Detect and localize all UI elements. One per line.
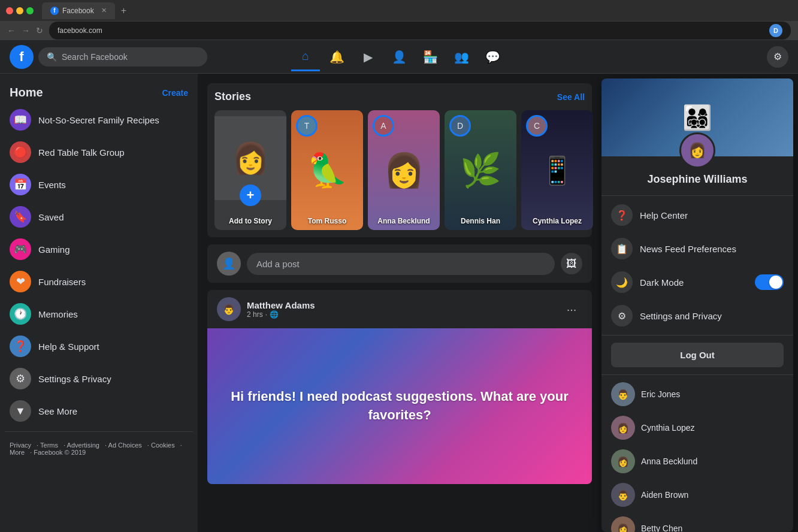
- friend-item-betty[interactable]: 👩 Betty Chen: [601, 512, 793, 532]
- nav-home-button[interactable]: ⌂: [291, 43, 320, 71]
- nav-notifications-button[interactable]: 🔔: [322, 43, 351, 71]
- sidebar-label-see-more: See More: [38, 406, 77, 416]
- sidebar-item-see-more[interactable]: ▼ See More: [5, 395, 193, 427]
- nav-marketplace-button[interactable]: 🏪: [416, 43, 445, 71]
- tab-close-button[interactable]: ✕: [101, 7, 107, 14]
- profile-cover: 👨‍👩‍👧‍👦 👩: [601, 78, 793, 156]
- dropdown-divider-1: [601, 195, 793, 196]
- current-user-avatar: 👤: [217, 252, 241, 276]
- sidebar-item-family-recipes[interactable]: 📖 Not-So-Secret Family Recipes: [5, 104, 193, 135]
- cynthia-label: Cynthia Lopez: [521, 217, 593, 225]
- feed-post-matthew: 👨 Matthew Adams 2 hrs · 🌐 ··· Hi friends…: [207, 290, 592, 484]
- see-more-icon: ▼: [10, 400, 31, 422]
- url-bar[interactable]: facebook.com D: [49, 22, 791, 40]
- sidebar-divider: [5, 431, 193, 432]
- close-traffic-light[interactable]: [6, 7, 13, 14]
- maximize-traffic-light[interactable]: [26, 7, 34, 14]
- facebook-logo[interactable]: f: [10, 45, 34, 69]
- photo-button[interactable]: 🖼: [561, 253, 582, 274]
- nav-messenger-button[interactable]: 💬: [478, 43, 507, 71]
- settings-privacy-icon: ⚙: [10, 368, 31, 389]
- post-user-info: Matthew Adams 2 hrs · 🌐: [247, 300, 555, 319]
- aiden-name: Aiden Brown: [641, 490, 688, 500]
- post-input[interactable]: Add a post: [247, 253, 555, 275]
- post-privacy-icon: 🌐: [270, 310, 279, 319]
- footer-terms[interactable]: Terms: [40, 442, 58, 449]
- cynthia-friend-name: Cynthia Lopez: [641, 423, 695, 433]
- post-more-button[interactable]: ···: [561, 298, 582, 320]
- chrome-user-avatar[interactable]: D: [769, 24, 782, 37]
- story-card-cynthia[interactable]: 📱 C Cynthia Lopez: [521, 110, 593, 230]
- settings-privacy-menu-label: Settings and Privacy: [640, 311, 722, 321]
- settings-privacy-menu-icon: ⚙: [611, 305, 633, 327]
- red-table-icon: 🔴: [10, 141, 31, 163]
- betty-avatar: 👩: [611, 516, 635, 532]
- help-icon: ❓: [10, 335, 31, 357]
- stories-header: Stories See All: [214, 90, 585, 103]
- sidebar-item-fundraisers[interactable]: ❤ Fundraisers: [5, 266, 193, 297]
- sidebar-label-events: Events: [38, 180, 66, 190]
- dropdown-settings-privacy[interactable]: ⚙ Settings and Privacy: [601, 299, 793, 332]
- story-card-anna[interactable]: 👩 A Anna Becklund: [368, 110, 440, 230]
- dark-mode-toggle[interactable]: [755, 274, 784, 290]
- nav-groups-button[interactable]: 👥: [447, 43, 476, 71]
- nav-profile-button[interactable]: 👤: [385, 43, 413, 71]
- dennis-avatar: D: [449, 115, 471, 137]
- family-recipes-icon: 📖: [10, 109, 31, 131]
- footer-ad-choices[interactable]: Ad Choices: [108, 442, 142, 449]
- sidebar-item-red-table[interactable]: 🔴 Red Table Talk Group: [5, 137, 193, 168]
- eric-avatar: 👨: [611, 382, 635, 406]
- anna-avatar: A: [373, 115, 394, 137]
- forward-button[interactable]: →: [22, 26, 30, 35]
- nav-video-button[interactable]: ▶: [353, 43, 382, 71]
- gaming-icon: 🎮: [10, 238, 31, 260]
- sidebar-item-events[interactable]: 📅 Events: [5, 169, 193, 200]
- help-center-label: Help Center: [640, 210, 688, 220]
- tom-label: Tom Russo: [291, 217, 363, 225]
- footer-cookies[interactable]: Cookies: [151, 442, 175, 449]
- friend-item-anna[interactable]: 👩 Anna Becklund: [601, 445, 793, 478]
- logout-button[interactable]: Log Out: [611, 343, 784, 367]
- story-card-tom[interactable]: 🦜 T Tom Russo: [291, 110, 363, 230]
- sidebar-item-help[interactable]: ❓ Help & Support: [5, 331, 193, 362]
- refresh-button[interactable]: ↻: [36, 26, 43, 35]
- stories-title: Stories: [214, 90, 251, 103]
- footer-privacy[interactable]: Privacy: [10, 442, 31, 449]
- profile-name: Josephine Williams: [611, 173, 784, 186]
- nav-center: ⌂ 🔔 ▶ 👤 🏪 👥 💬: [291, 43, 507, 71]
- post-time: 2 hrs: [247, 310, 263, 319]
- sidebar-title: Home Create: [5, 81, 193, 104]
- aiden-avatar: 👨: [611, 483, 635, 507]
- sidebar-item-memories[interactable]: 🕐 Memories: [5, 298, 193, 330]
- footer-advertising[interactable]: Advertising: [67, 442, 99, 449]
- sidebar-item-saved[interactable]: 🔖 Saved: [5, 201, 193, 232]
- post-dot: ·: [265, 310, 267, 319]
- sidebar-item-settings[interactable]: ⚙ Settings & Privacy: [5, 363, 193, 394]
- post-text: Hi friends! I need podcast suggestions. …: [219, 388, 580, 425]
- add-story-card[interactable]: 👩 + Add to Story: [214, 110, 286, 230]
- story-card-dennis[interactable]: 🌿 D Dennis Han: [445, 110, 516, 230]
- minimize-traffic-light[interactable]: [16, 7, 23, 14]
- feed: Stories See All 👩 + Add to Story: [198, 74, 601, 532]
- url-text: facebook.com: [58, 26, 102, 35]
- friend-item-cynthia[interactable]: 👩 Cynthia Lopez: [601, 411, 793, 445]
- anna-friend-avatar: 👩: [611, 449, 635, 473]
- cynthia-friend-avatar: 👩: [611, 416, 635, 440]
- post-text-overlay: Hi friends! I need podcast suggestions. …: [207, 376, 592, 437]
- dropdown-help-center[interactable]: ❓ Help Center: [601, 198, 793, 232]
- sidebar-item-gaming[interactable]: 🎮 Gaming: [5, 234, 193, 265]
- settings-button[interactable]: ⚙: [767, 46, 788, 68]
- search-bar[interactable]: 🔍 Search Facebook: [38, 47, 207, 66]
- footer-more[interactable]: More: [10, 449, 25, 456]
- dropdown-dark-mode[interactable]: 🌙 Dark Mode: [601, 265, 793, 299]
- new-tab-button[interactable]: +: [121, 5, 126, 16]
- friend-item-aiden[interactable]: 👨 Aiden Brown: [601, 478, 793, 512]
- see-all-button[interactable]: See All: [557, 92, 585, 102]
- search-input[interactable]: Search Facebook: [62, 52, 128, 62]
- create-link[interactable]: Create: [162, 88, 188, 98]
- browser-tab[interactable]: f Facebook ✕: [42, 2, 115, 19]
- sidebar-label-family-recipes: Not-So-Secret Family Recipes: [38, 115, 159, 125]
- friend-item-eric[interactable]: 👨 Eric Jones: [601, 377, 793, 411]
- dropdown-news-feed-prefs[interactable]: 📋 News Feed Preferences: [601, 232, 793, 265]
- back-button[interactable]: ←: [7, 26, 16, 35]
